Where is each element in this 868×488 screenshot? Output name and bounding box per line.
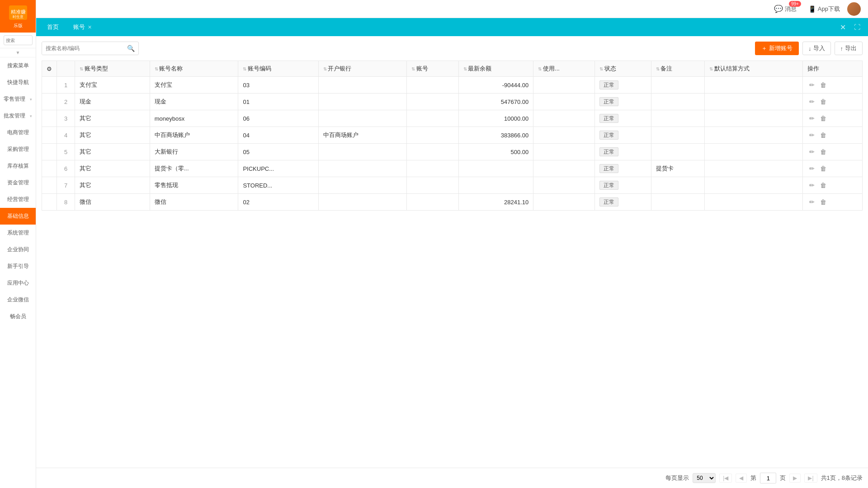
action-cell: ✏ 🗑 bbox=[803, 77, 863, 94]
sidebar-item-member[interactable]: 畅会员 bbox=[0, 308, 36, 325]
sidebar-item-label: 系统管理 bbox=[7, 229, 29, 237]
edit-button[interactable]: ✏ bbox=[807, 181, 816, 190]
type-cell: 其它 bbox=[75, 177, 150, 194]
code-cell: 06 bbox=[238, 110, 318, 127]
message-button[interactable]: 💬 消息 99+ bbox=[774, 5, 797, 13]
usage-column-header[interactable]: ⇅ 使用... bbox=[533, 61, 595, 77]
search-box: 🔍 bbox=[42, 42, 139, 55]
row-num-cell: 8 bbox=[57, 194, 75, 211]
settings-cell bbox=[42, 94, 57, 110]
type-column-header[interactable]: ⇅ 账号类型 bbox=[75, 61, 150, 77]
edit-button[interactable]: ✏ bbox=[807, 164, 816, 173]
sidebar-item-appcenter[interactable]: 应用中心 bbox=[0, 275, 36, 291]
code-column-header[interactable]: ⇅ 账号编码 bbox=[238, 61, 318, 77]
row-num-cell: 4 bbox=[57, 127, 75, 144]
sidebar-dropdown[interactable]: ▼ bbox=[0, 48, 36, 57]
sidebar-search-input[interactable] bbox=[4, 35, 33, 45]
edit-button[interactable]: ✏ bbox=[807, 80, 816, 89]
type-cell: 其它 bbox=[75, 144, 150, 160]
account-cell bbox=[407, 144, 458, 160]
sidebar-item-wechat[interactable]: 企业微信 bbox=[0, 291, 36, 308]
sidebar-item-wholesale[interactable]: 批发管理 ▾ bbox=[0, 108, 36, 124]
default-settle-column-header[interactable]: ⇅ 默认结算方式 bbox=[705, 61, 803, 77]
tab-close-icon[interactable]: ✕ bbox=[88, 24, 92, 30]
account-cell bbox=[407, 177, 458, 194]
usage-cell bbox=[533, 94, 595, 110]
sidebar-item-purchase[interactable]: 采购管理 bbox=[0, 141, 36, 158]
sidebar-item-label: 搜索菜单 bbox=[7, 62, 29, 70]
tab-home[interactable]: 首页 bbox=[42, 21, 64, 33]
app-download-button[interactable]: 📱 App下载 bbox=[808, 5, 840, 13]
sidebar-item-guide[interactable]: 新手引导 bbox=[0, 258, 36, 275]
sidebar-item-basic[interactable]: 基础信息 bbox=[0, 208, 36, 225]
sidebar-item-label: 企业协同 bbox=[7, 246, 29, 253]
status-badge: 正常 bbox=[599, 97, 618, 106]
remark-cell bbox=[651, 144, 705, 160]
type-cell: 微信 bbox=[75, 194, 150, 211]
sidebar-item-inventory[interactable]: 库存核算 bbox=[0, 158, 36, 174]
row-num-cell: 1 bbox=[57, 77, 75, 94]
edit-button[interactable]: ✏ bbox=[807, 97, 816, 106]
content-expand-button[interactable]: ⛶ bbox=[852, 22, 863, 33]
delete-button[interactable]: 🗑 bbox=[818, 80, 828, 89]
sidebar-item-quick[interactable]: 快捷导航 bbox=[0, 74, 36, 91]
search-input[interactable] bbox=[42, 42, 123, 55]
sidebar-item-system[interactable]: 系统管理 bbox=[0, 225, 36, 241]
num-column-header bbox=[57, 61, 75, 77]
delete-button[interactable]: 🗑 bbox=[818, 147, 828, 156]
remark-column-header[interactable]: ⇅ 备注 bbox=[651, 61, 705, 77]
user-avatar[interactable] bbox=[847, 2, 861, 16]
action-cell: ✏ 🗑 bbox=[803, 160, 863, 177]
name-sort-icon: ⇅ bbox=[155, 66, 160, 71]
sidebar-item-operation[interactable]: 经营管理 bbox=[0, 191, 36, 208]
page-size-select[interactable]: 50 20 100 200 bbox=[693, 473, 716, 483]
status-cell: 正常 bbox=[594, 144, 651, 160]
page-number-input[interactable] bbox=[760, 473, 776, 483]
delete-button[interactable]: 🗑 bbox=[818, 131, 828, 140]
delete-button[interactable]: 🗑 bbox=[818, 164, 828, 173]
name-column-header[interactable]: ⇅ 账号名称 bbox=[150, 61, 238, 77]
chevron-down-icon: ▾ bbox=[30, 114, 32, 118]
bank-sort-icon: ⇅ bbox=[323, 66, 328, 71]
content-close-button[interactable]: ✕ bbox=[837, 22, 848, 33]
delete-button[interactable]: 🗑 bbox=[818, 181, 828, 190]
edit-button[interactable]: ✏ bbox=[807, 114, 816, 123]
import-button[interactable]: ↓ 导入 bbox=[802, 42, 831, 55]
content-area: 🔍 ＋ 新增账号 ↓ 导入 ↑ 导出 bbox=[36, 36, 868, 468]
balance-cell: 500.00 bbox=[458, 144, 533, 160]
edit-button[interactable]: ✏ bbox=[807, 147, 816, 156]
next-page-button[interactable]: ▶ bbox=[789, 474, 801, 483]
sidebar-item-capital[interactable]: 资金管理 bbox=[0, 174, 36, 191]
sidebar-item-enterprise[interactable]: 企业协同 bbox=[0, 241, 36, 258]
sidebar-item-ecommerce[interactable]: 电商管理 bbox=[0, 124, 36, 141]
settle-sort-icon: ⇅ bbox=[709, 66, 714, 71]
delete-button[interactable]: 🗑 bbox=[818, 114, 828, 123]
new-account-button[interactable]: ＋ 新增账号 bbox=[755, 42, 799, 55]
last-page-button[interactable]: ▶| bbox=[804, 474, 817, 483]
sidebar-item-label: 应用中心 bbox=[7, 279, 29, 287]
bank-column-header[interactable]: ⇅ 开户银行 bbox=[318, 61, 407, 77]
bank-cell bbox=[318, 110, 407, 127]
delete-button[interactable]: 🗑 bbox=[818, 97, 828, 106]
status-column-header[interactable]: ⇅ 状态 bbox=[594, 61, 651, 77]
message-icon: 💬 bbox=[774, 5, 783, 13]
sidebar-item-search[interactable]: 搜索菜单 bbox=[0, 57, 36, 74]
export-label: 导出 bbox=[845, 44, 857, 52]
edit-button[interactable]: ✏ bbox=[807, 197, 816, 206]
name-cell: 中百商场账户 bbox=[150, 127, 238, 144]
edit-button[interactable]: ✏ bbox=[807, 131, 816, 140]
account-column-header[interactable]: ⇅ 账号 bbox=[407, 61, 458, 77]
tab-account[interactable]: 账号 ✕ bbox=[68, 21, 97, 33]
settings-column-header[interactable]: ⚙ bbox=[42, 61, 57, 77]
search-button[interactable]: 🔍 bbox=[123, 42, 138, 55]
export-icon: ↑ bbox=[840, 45, 844, 52]
delete-button[interactable]: 🗑 bbox=[818, 197, 828, 206]
first-page-button[interactable]: |◀ bbox=[719, 474, 732, 483]
prev-page-button[interactable]: ◀ bbox=[736, 474, 747, 483]
balance-column-header[interactable]: ⇅ 最新余额 bbox=[458, 61, 533, 77]
default-settle-cell bbox=[705, 110, 803, 127]
export-button[interactable]: ↑ 导出 bbox=[835, 42, 863, 55]
name-cell: 提货卡（零... bbox=[150, 160, 238, 177]
sidebar-item-retail[interactable]: 零售管理 ▾ bbox=[0, 91, 36, 108]
remark-cell: 提货卡 bbox=[651, 160, 705, 177]
